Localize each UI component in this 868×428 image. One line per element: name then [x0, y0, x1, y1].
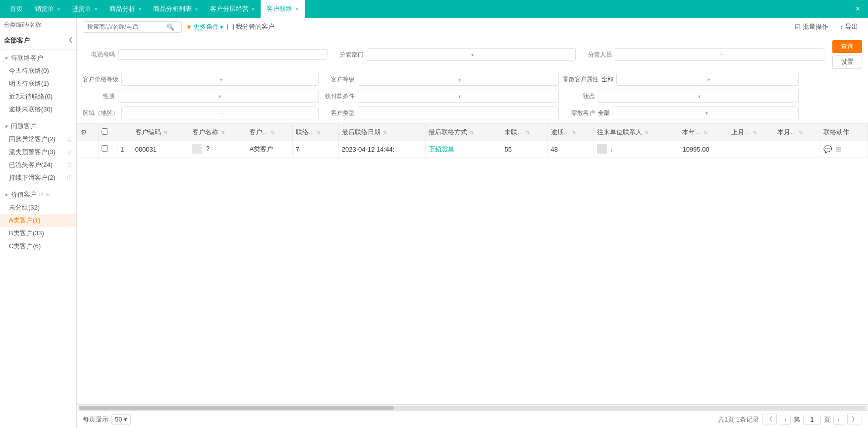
- cell-grade: A类客户: [246, 141, 292, 158]
- qr-icon[interactable]: ⊞: [836, 145, 842, 153]
- close-product-analysis-list-tab[interactable]: ×: [195, 6, 198, 12]
- filter-row-4: 区域（地区） ··· 客户类型 零散客户 全部: [83, 107, 862, 119]
- sidebar-group-pending-title[interactable]: ▼ 待联络客户: [0, 52, 76, 64]
- close-customer-contact-tab[interactable]: ×: [295, 6, 298, 12]
- filter-phone-input[interactable]: [118, 49, 327, 60]
- nav-product-analysis-list[interactable]: 商品分析列表 ×: [147, 0, 204, 18]
- scrollbar-track[interactable]: [79, 406, 866, 410]
- nav-product-analysis[interactable]: 商品分析 ×: [104, 0, 147, 18]
- region-dots-icon[interactable]: ···: [220, 109, 314, 116]
- sidebar-item-unclassified[interactable]: 未分组(32): [0, 201, 76, 214]
- close-customer-tier-tab[interactable]: ×: [252, 6, 255, 12]
- sidebar-group-problem: ▼ 问题客户 回购异常客户(2) ⓘ 流失预警客户(3) ⓘ 已流失客户(24)…: [0, 118, 76, 186]
- dots-icon[interactable]: ···: [720, 51, 820, 58]
- next-page-button[interactable]: ›: [833, 415, 844, 425]
- filter-status: 状态 ▾: [563, 90, 799, 103]
- chevron-down-icon-7: ▾: [698, 94, 794, 99]
- sidebar-item-overdue[interactable]: 逾期未联络(30): [0, 103, 76, 116]
- close-product-analysis-tab[interactable]: ×: [138, 6, 141, 12]
- col-contact-count[interactable]: 联络... ⇅: [292, 124, 338, 141]
- total-label: 共1页 1条记录: [718, 415, 759, 424]
- batch-icon: ☑: [795, 23, 801, 31]
- sidebar-group-value-title[interactable]: ▼ 价值客户 ↺ ✏: [0, 188, 76, 201]
- chevron-down-icon-3: ▾: [458, 77, 554, 82]
- sidebar-item-b-class[interactable]: B类客户(33): [0, 227, 76, 240]
- filter-search-input[interactable]: [87, 23, 166, 30]
- data-table-area: ⚙ 客户编码 ⇅ 客户名称 ⇅: [77, 124, 868, 404]
- info-icon-repurchase: ⓘ: [67, 136, 72, 143]
- filter-region-select[interactable]: ···: [121, 107, 319, 119]
- filter-actions: 查询 设置: [832, 40, 862, 69]
- row-checkbox[interactable]: [102, 145, 108, 152]
- page-number-input[interactable]: [803, 415, 821, 425]
- value-group-refresh[interactable]: ↺: [39, 191, 44, 198]
- filter-customer-type-select[interactable]: [358, 107, 558, 119]
- close-sales-tab[interactable]: ×: [57, 6, 60, 12]
- scrollbar-thumb[interactable]: [79, 406, 394, 410]
- nav-customer-tier[interactable]: 客户分层经营 ×: [204, 0, 261, 18]
- sidebar-item-c-class[interactable]: C类客户(6): [0, 240, 76, 253]
- sort-icon-grade: ⇅: [271, 130, 274, 135]
- sidebar-item-a-class[interactable]: A类客户(1): [0, 214, 76, 227]
- close-window-button[interactable]: ×: [852, 4, 864, 13]
- col-last-month[interactable]: 上月... ⇅: [728, 124, 774, 141]
- col-this-month[interactable]: 本月... ⇅: [774, 124, 820, 141]
- filter-nature-select[interactable]: ▾: [118, 90, 319, 103]
- filter-more-button[interactable]: ▼ 更多条件 ▾: [186, 22, 223, 31]
- filter-row-1: 电话号码 分管部门 ▾ 分管人员 ···: [83, 40, 862, 69]
- sidebar-item-declining[interactable]: 持续下滑客户(2) ⓘ: [0, 171, 76, 184]
- col-customer-grade[interactable]: 客户... ⇅: [246, 124, 292, 141]
- col-unreached[interactable]: 未联... ⇅: [501, 124, 547, 141]
- col-customer-name[interactable]: 客户名称 ⇅: [189, 124, 246, 141]
- select-all-checkbox[interactable]: [102, 128, 108, 135]
- export-button[interactable]: ↑ 导出: [836, 21, 863, 33]
- sort-icon-name: ⇅: [221, 130, 225, 135]
- sidebar-item-repurchase-abnormal[interactable]: 回购异常客户(2) ⓘ: [0, 133, 76, 146]
- sidebar-item-today[interactable]: 今天待联络(0): [0, 64, 76, 77]
- cell-unit-contact: .: [594, 141, 679, 158]
- col-customer-code[interactable]: 客户编码 ⇅: [132, 124, 189, 141]
- filter-retail-select[interactable]: ▾: [613, 107, 799, 119]
- batch-operations-button[interactable]: ☑ 批量操作: [791, 21, 832, 33]
- filter-payment-select[interactable]: ▾: [358, 90, 558, 103]
- sidebar-item-churned[interactable]: 已流失客户(24) ⓘ: [0, 159, 76, 171]
- table-settings-icon[interactable]: ⚙: [81, 128, 87, 136]
- last-page-button[interactable]: 》: [847, 414, 862, 425]
- col-overdue[interactable]: 逾期... ⇅: [547, 124, 594, 141]
- sidebar-group-problem-title[interactable]: ▼ 问题客户: [0, 120, 76, 133]
- sidebar-item-tomorrow[interactable]: 明天待联络(1): [0, 77, 76, 90]
- filter-customer-level-select[interactable]: ▾: [358, 73, 558, 86]
- sidebar-item-7days[interactable]: 近7天待联络(0): [0, 90, 76, 103]
- col-this-year[interactable]: 本年... ⇅: [679, 124, 728, 141]
- filter-search-icon[interactable]: 🔍: [166, 23, 174, 31]
- col-last-contact-date[interactable]: 最后联络日期 ⇅: [338, 124, 425, 141]
- filter-manager-input[interactable]: ···: [615, 48, 824, 61]
- col-last-contact-method[interactable]: 最后联络方式 ⇅: [425, 124, 501, 141]
- sidebar-search-input[interactable]: [4, 21, 77, 28]
- cell-code: 000031: [132, 141, 189, 158]
- col-unit-contact[interactable]: 往来单位联系人 ⇅: [594, 124, 679, 141]
- sidebar-collapse-icon[interactable]: 《: [65, 36, 72, 45]
- nav-purchase[interactable]: 进货单 ×: [66, 0, 103, 18]
- filter-status-select[interactable]: ▾: [598, 90, 799, 103]
- close-purchase-tab[interactable]: ×: [94, 6, 97, 12]
- nav-home[interactable]: 首页: [4, 0, 29, 18]
- chat-icon[interactable]: 💬: [823, 145, 832, 153]
- page-size-select[interactable]: 50 ▾: [111, 414, 131, 425]
- filter-retail-attr: 零散客户属性 全部 ▾: [563, 73, 799, 86]
- query-button[interactable]: 查询: [832, 40, 862, 53]
- value-group-edit[interactable]: ✏: [46, 191, 51, 198]
- nav-sales[interactable]: 销货单 ×: [29, 0, 66, 18]
- first-page-button[interactable]: 《: [762, 414, 777, 425]
- filter-row-2: 客户价格等级 ▾ 客户等级 ▾ 零散客户属性 全部: [83, 73, 862, 86]
- filter-price-select[interactable]: ▾: [121, 73, 319, 86]
- filter-dept-select[interactable]: ▾: [367, 48, 576, 61]
- last-method-link[interactable]: 下销货单: [429, 145, 454, 153]
- filter-manager: 分管人员 ···: [580, 48, 824, 61]
- sidebar-item-churn-warning[interactable]: 流失预警客户(3) ⓘ: [0, 146, 76, 159]
- prev-page-button[interactable]: ‹: [780, 415, 791, 425]
- nav-customer-contact[interactable]: 客户联络 ×: [261, 0, 304, 18]
- my-customers-checkbox[interactable]: [227, 24, 234, 30]
- setting-button[interactable]: 设置: [832, 55, 862, 69]
- filter-retail-attr-select[interactable]: ▾: [616, 73, 799, 86]
